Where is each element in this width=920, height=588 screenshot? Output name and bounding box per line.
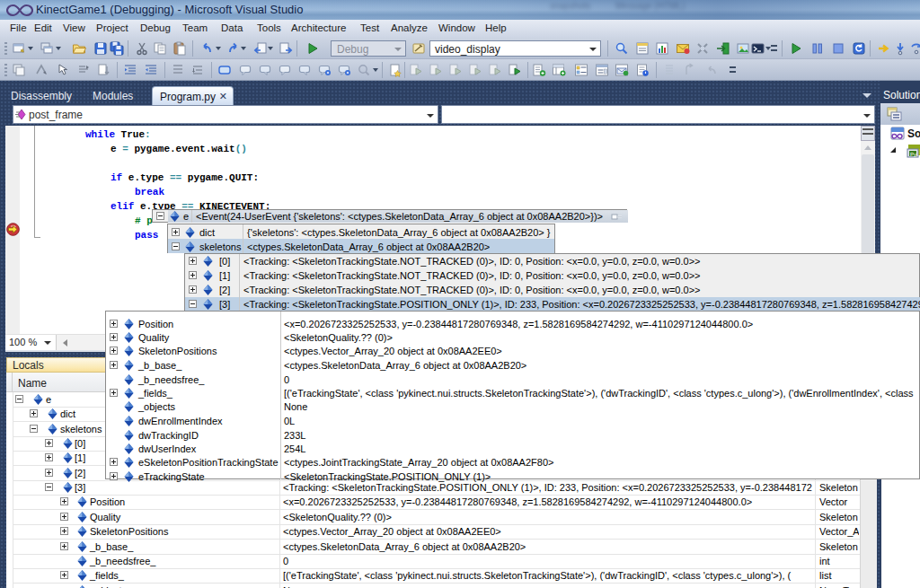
svg-text:Py: Py [910,152,916,157]
